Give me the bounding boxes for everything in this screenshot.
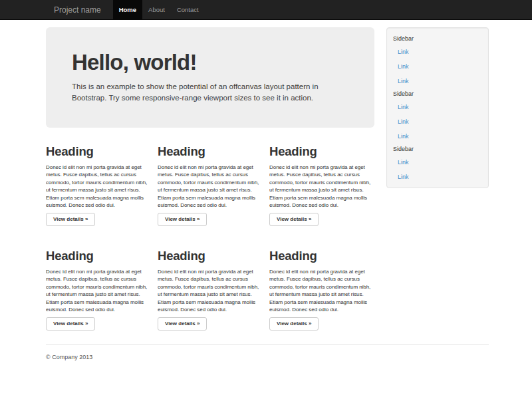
sidebar-link[interactable]: Link — [387, 59, 488, 74]
card-heading: Heading — [269, 145, 374, 158]
sidebar-link[interactable]: Link — [387, 170, 488, 184]
card-3: Heading Donec id elit non mi porta gravi… — [269, 129, 374, 233]
sidebar-group-header: Sidebar — [387, 33, 488, 45]
sidebar-link[interactable]: Link — [387, 45, 488, 59]
sidebar-nav-list: Sidebar Link Link Link Sidebar Link Link… — [387, 33, 488, 184]
nav-item-home[interactable]: Home — [113, 0, 142, 19]
card-2: Heading Donec id elit non mi porta gravi… — [158, 129, 263, 233]
sidebar-link[interactable]: Link — [387, 74, 488, 88]
card-body-text: Donec id elit non mi porta gravida at eg… — [158, 164, 263, 209]
card-heading: Heading — [46, 145, 151, 158]
navbar-nav: Home About Contact — [113, 0, 205, 19]
card-heading: Heading — [158, 249, 263, 263]
card-1: Heading Donec id elit non mi porta gravi… — [46, 129, 151, 233]
copyright-text: © Company 2013 — [46, 354, 489, 360]
card-6: Heading Donec id elit non mi porta gravi… — [269, 233, 374, 338]
sidebar: Sidebar Link Link Link Sidebar Link Link… — [386, 27, 489, 338]
sidebar-link[interactable]: Link — [387, 114, 488, 129]
jumbotron-description-line-2: Bootstrap. Try some responsive-range vie… — [72, 92, 348, 104]
card-body-text: Donec id elit non mi porta gravida at eg… — [158, 268, 263, 313]
content-area: Hello, world! This is an example to show… — [0, 20, 532, 338]
card-heading: Heading — [46, 249, 151, 263]
nav-item-contact[interactable]: Contact — [171, 0, 205, 19]
jumbotron-title: Hello, world! — [72, 51, 348, 73]
view-details-button[interactable]: View details » — [269, 317, 319, 331]
card-heading: Heading — [158, 145, 263, 158]
jumbotron-description: This is an example to show the potential… — [72, 81, 348, 104]
card-body-text: Donec id elit non mi porta gravida at eg… — [269, 164, 374, 209]
main-column: Hello, world! This is an example to show… — [46, 27, 374, 338]
navbar-brand[interactable]: Project name — [46, 0, 108, 19]
card-body-text: Donec id elit non mi porta gravida at eg… — [46, 268, 151, 313]
view-details-button[interactable]: View details » — [269, 213, 319, 226]
jumbotron-description-line-1: This is an example to show the potential… — [72, 81, 348, 92]
sidebar-link[interactable]: Link — [387, 100, 488, 114]
card-body-text: Donec id elit non mi porta gravida at eg… — [269, 268, 374, 313]
navbar: Project name Home About Contact — [0, 0, 532, 20]
card-body-text: Donec id elit non mi porta gravida at eg… — [46, 164, 151, 209]
view-details-button[interactable]: View details » — [158, 213, 207, 226]
card-4: Heading Donec id elit non mi porta gravi… — [46, 233, 151, 338]
sidebar-group-header: Sidebar — [387, 144, 488, 155]
jumbotron: Hello, world! This is an example to show… — [46, 27, 374, 128]
sidebar-group-header: Sidebar — [387, 88, 488, 100]
nav-item-about[interactable]: About — [142, 0, 171, 19]
footer-divider — [46, 344, 489, 345]
sidebar-link[interactable]: Link — [387, 129, 488, 144]
card-5: Heading Donec id elit non mi porta gravi… — [158, 233, 263, 338]
sidebar-well: Sidebar Link Link Link Sidebar Link Link… — [386, 27, 489, 188]
view-details-button[interactable]: View details » — [158, 317, 207, 331]
sidebar-link[interactable]: Link — [387, 155, 488, 170]
cards-grid: Heading Donec id elit non mi porta gravi… — [46, 129, 374, 338]
footer: © Company 2013 — [46, 344, 489, 360]
card-heading: Heading — [269, 249, 374, 263]
view-details-button[interactable]: View details » — [46, 213, 95, 226]
view-details-button[interactable]: View details » — [46, 317, 95, 331]
